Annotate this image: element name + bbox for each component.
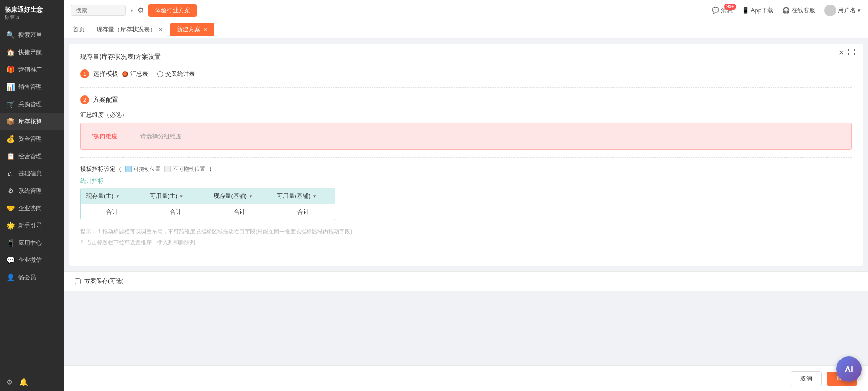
metrics-table-body-row: 合计 合计 合计 合计: [81, 204, 335, 220]
sidebar-bottom: ⚙ 🔔: [0, 373, 64, 391]
quick-nav-icon: 🏠: [6, 48, 15, 57]
app-download-button[interactable]: 📱 App下载: [742, 6, 773, 15]
metrics-label-text: 模板指标设定（: [80, 165, 122, 173]
enterprise-icon: 🤝: [6, 204, 15, 212]
dim-selection-box[interactable]: *纵向维度 —— 请选择分组维度: [80, 123, 852, 150]
step1-section: 1 选择模板 汇总表 交叉统计表: [80, 69, 852, 78]
radio-cross[interactable]: 交叉统计表: [157, 70, 195, 78]
inventory-icon: 📦: [6, 118, 15, 126]
metrics-col4-chevron-icon[interactable]: ▾: [313, 193, 316, 199]
main-area: ▾ ⚙ 体验行业方案 💬 消息 99+ 📱 App下载 🎧 在线客服 用户名 ▾: [64, 0, 868, 391]
sidebar-item-finance[interactable]: 💰 资金管理: [0, 130, 64, 148]
template-radio-group: 汇总表 交叉统计表: [122, 70, 195, 78]
sidebar-item-system[interactable]: ⚙ 系统管理: [0, 182, 64, 200]
sidebar-item-app-center[interactable]: 📱 应用中心: [0, 234, 64, 252]
settings-panel: ✕ ⛶ 现存量(库存状况表)方案设置 1 选择模板 汇总表: [69, 44, 863, 266]
sidebar-item-basic-info[interactable]: 🗂 基础信息: [0, 165, 64, 182]
sidebar-item-label: 经营管理: [18, 152, 42, 160]
cancel-button[interactable]: 取消: [791, 371, 822, 386]
app-icon: 📱: [742, 7, 749, 14]
sidebar-item-sales[interactable]: 📊 销售管理: [0, 78, 64, 96]
metrics-col1-chevron-icon[interactable]: ▾: [117, 193, 119, 199]
topbar-right: 💬 消息 99+ 📱 App下载 🎧 在线客服 用户名 ▾: [712, 5, 861, 16]
metrics-body-col1: 合计: [81, 204, 144, 220]
step1-badge: 1: [80, 69, 89, 78]
sidebar-item-label: 资金管理: [18, 135, 42, 143]
sidebar-item-quick-nav[interactable]: 🏠 快捷导航: [0, 44, 64, 61]
dropdown-arrow-icon[interactable]: ▾: [130, 7, 133, 14]
tab-new-scheme-label: 新建方案: [177, 26, 200, 34]
sidebar-item-wechat[interactable]: 💬 企业微信: [0, 252, 64, 269]
step1-title: 选择模板: [93, 70, 118, 78]
sidebar-item-member[interactable]: 👤 畅会员: [0, 269, 64, 286]
metrics-table: 现存量(主) ▾ 可用量(主) ▾ 现存量(基辅) ▾ 可用量(基辅): [80, 188, 335, 220]
drag-movable-label: 可拖动位置: [133, 165, 161, 173]
tip-line1: 提示： 1.拖动标题栏可以调整布局，不可跨维度或指标区域拖动栏目字段(只能在同一…: [80, 227, 852, 237]
sidebar-item-enterprise[interactable]: 🤝 企业协同: [0, 200, 64, 217]
section-divider: [80, 87, 852, 88]
ai-label: Ai: [845, 365, 853, 374]
metrics-header-col2: 可用量(主) ▾: [144, 188, 208, 204]
metrics-col2-chevron-icon[interactable]: ▾: [180, 193, 183, 199]
logo-sub: 标准版: [5, 14, 59, 21]
wechat-icon: 💬: [6, 256, 15, 264]
sound-icon[interactable]: 🔔: [19, 378, 28, 386]
dim-placeholder: 请选择分组维度: [140, 132, 182, 140]
tab-inventory-status[interactable]: 现存量（库存状况表） ✕: [90, 23, 169, 36]
drag-fixed-indicator: 不可拖动位置: [164, 165, 205, 173]
step1-header: 1 选择模板 汇总表 交叉统计表: [80, 69, 852, 78]
industry-plan-button[interactable]: 体验行业方案: [148, 4, 197, 17]
ai-assistant-bubble[interactable]: Ai: [836, 356, 862, 382]
tabs-bar: 首页 现存量（库存状况表） ✕ 新建方案 ✕: [64, 21, 868, 38]
tab-inventory-label: 现存量（库存状况表）: [97, 26, 156, 34]
operations-icon: 📋: [6, 152, 15, 160]
settings-icon[interactable]: ⚙: [6, 378, 13, 386]
sidebar-item-label: 搜索菜单: [18, 31, 42, 39]
sidebar-item-label: 企业微信: [18, 256, 42, 264]
sidebar-item-operations[interactable]: 📋 经营管理: [0, 148, 64, 165]
user-chevron-icon: ▾: [858, 7, 861, 14]
step2-header: 2 方案配置: [80, 95, 852, 104]
finance-icon: 💰: [6, 135, 15, 143]
sidebar-item-marketing[interactable]: 🎁 营销推广: [0, 61, 64, 78]
save-scheme-label[interactable]: 方案保存(可选): [84, 277, 124, 285]
tips-section: 提示： 1.拖动标题栏可以调整布局，不可跨维度或指标区域拖动栏目字段(只能在同一…: [80, 227, 852, 247]
settings-gear-icon[interactable]: ⚙: [138, 6, 144, 15]
step2-badge: 2: [80, 95, 89, 104]
tab-inventory-close-icon[interactable]: ✕: [158, 26, 163, 33]
tab-home[interactable]: 首页: [68, 23, 89, 36]
newbie-icon: 🌟: [6, 221, 15, 230]
action-bar: 取消 查询: [64, 365, 868, 391]
sidebar-item-purchase[interactable]: 🛒 采购管理: [0, 96, 64, 113]
radio-cross-input[interactable]: [157, 71, 163, 77]
service-label: 在线客服: [791, 6, 815, 15]
metrics-col3-chevron-icon[interactable]: ▾: [250, 193, 252, 199]
sidebar-item-newbie[interactable]: 🌟 新手引导: [0, 217, 64, 234]
search-input[interactable]: [71, 5, 126, 16]
panel-expand-icon[interactable]: ⛶: [848, 48, 855, 57]
tip-line2: 2. 点击标题栏下拉可设置排序、插入列和删除列: [80, 238, 852, 248]
user-menu[interactable]: 用户名 ▾: [824, 5, 861, 16]
radio-summary-input[interactable]: [122, 71, 128, 77]
radio-summary[interactable]: 汇总表: [122, 70, 148, 78]
metrics-body-col2: 合计: [144, 204, 208, 220]
messages-button[interactable]: 💬 消息 99+: [712, 6, 733, 15]
tab-new-scheme-close-icon[interactable]: ✕: [203, 26, 208, 33]
metrics-label-row: 模板指标设定（ 可拖动位置 不可拖动位置 ）: [80, 165, 852, 173]
service-icon: 🎧: [782, 7, 790, 14]
metrics-header-col4: 可用量(基辅) ▾: [271, 188, 335, 204]
sidebar-item-label: 基础信息: [18, 170, 42, 178]
metrics-body-col3: 合计: [208, 204, 272, 220]
sidebar-item-label: 快捷导航: [18, 48, 42, 57]
metrics-header-col1: 现存量(主) ▾: [81, 188, 144, 204]
sidebar-item-search-menu[interactable]: 🔍 搜索菜单: [0, 26, 64, 44]
online-service-button[interactable]: 🎧 在线客服: [782, 6, 815, 15]
panel-close-icon[interactable]: ✕: [838, 48, 844, 57]
metrics-section-title: 统计指标: [80, 177, 852, 185]
sidebar-item-label: 营销推广: [18, 66, 42, 74]
sidebar-item-inventory[interactable]: 📦 库存核算: [0, 113, 64, 130]
sidebar-item-label: 畅会员: [18, 273, 36, 282]
sidebar-item-label: 应用中心: [18, 239, 42, 247]
save-scheme-checkbox[interactable]: [75, 278, 81, 284]
tab-new-scheme[interactable]: 新建方案 ✕: [170, 23, 214, 36]
